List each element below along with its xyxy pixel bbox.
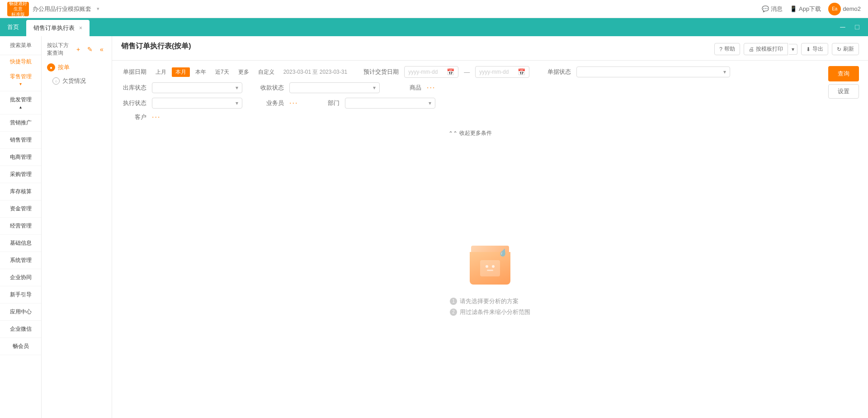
help-button[interactable]: ? 帮助 [714, 43, 740, 55]
tab-maximize-button[interactable]: □ [852, 22, 863, 33]
user-profile[interactable]: Ea demo2 [828, 3, 861, 15]
exec-status-arrow-icon: ▾ [236, 100, 238, 106]
exec-status-select[interactable]: ▾ [152, 98, 242, 109]
page-title: 销售订单执行表(按单) [121, 42, 191, 57]
sidebar-item-operation-label: 经营管理 [10, 222, 32, 230]
sidebar-item-purchase-label: 采购管理 [10, 171, 32, 178]
sidebar-item-wholesale-label: 批发管理 [10, 96, 32, 104]
scheme-item-sub[interactable]: ○ 欠货情况 [42, 74, 112, 88]
topbar: 畅捷通好生意标准版 办公用品行业模拟账套 ▾ 💬 消息 📱 App下载 Ea d… [0, 0, 868, 18]
print-button[interactable]: 🖨 按模板打印 [744, 43, 788, 55]
calendar-start-icon: 📅 [447, 68, 454, 76]
hint-num-2: 2 [450, 309, 457, 316]
sidebar-item-retail[interactable]: 零售管理 ▾ [0, 68, 41, 91]
date-tab-more[interactable]: 更多 [235, 67, 253, 77]
receipt-status-arrow-icon: ▾ [373, 85, 376, 91]
sidebar-search-text[interactable]: 搜索菜单 [4, 40, 38, 51]
filter-row-4: 客户 ··· [121, 113, 819, 121]
app-title: 办公用品行业模拟账套 [33, 5, 91, 13]
settings-button[interactable]: 设置 [828, 84, 859, 99]
tab-close-icon[interactable]: × [79, 25, 82, 31]
empty-box-wrapper: 💧 [470, 246, 510, 285]
refresh-button[interactable]: ↻ 刷新 [832, 43, 859, 55]
date-tab-thisyear[interactable]: 本年 [192, 67, 210, 77]
collapse-row: ⌃⌃ 收起更多条件 [121, 126, 819, 141]
tab-home[interactable]: 首页 [0, 18, 26, 36]
query-button[interactable]: 查询 [828, 66, 859, 81]
doc-status-select[interactable]: ▾ [576, 66, 730, 77]
tab-home-label: 首页 [7, 23, 19, 31]
salesperson-select-button[interactable]: ··· [289, 99, 298, 107]
product-select-button[interactable]: ··· [427, 84, 435, 92]
salesperson-label: 业务员 [259, 99, 284, 107]
sidebar-item-marketing[interactable]: 营销推广 [0, 114, 41, 132]
export-button[interactable]: ⬇ 导出 [801, 43, 828, 55]
scheme-item-sub-icon: ○ [52, 77, 60, 85]
sidebar-item-inventory[interactable]: 库存核算 [0, 183, 41, 200]
receipt-status-label: 收款状态 [259, 84, 284, 92]
customer-label: 客户 [121, 113, 146, 121]
print-label: 按模板打印 [756, 45, 783, 53]
app-download-icon: 📱 [790, 5, 797, 12]
date-tab-lastmonth[interactable]: 上月 [152, 67, 170, 77]
expected-date-label: 预计交货日期 [363, 68, 399, 76]
sidebar-item-collab[interactable]: 企业协同 [0, 269, 41, 286]
date-tab-custom[interactable]: 自定义 [255, 67, 278, 77]
exec-status-label: 执行状态 [121, 99, 146, 107]
sidebar: 搜索菜单 快捷导航 零售管理 ▾ 批发管理 ▴ 营销推广 销售管理 电商管理 采… [0, 36, 42, 418]
scheme-collapse-button[interactable]: « [97, 45, 106, 54]
sidebar-item-basic[interactable]: 基础信息 [0, 235, 41, 252]
sidebar-item-purchase[interactable]: 采购管理 [0, 166, 41, 183]
topbar-right: 💬 消息 📱 App下载 Ea demo2 [762, 3, 861, 15]
date-range-display: 2023-03-01 至 2023-03-31 [283, 68, 347, 76]
sidebar-item-retail-label: 零售管理 [10, 73, 32, 81]
sidebar-item-wxwork[interactable]: 企业微信 [0, 321, 41, 338]
print-button-group: 🖨 按模板打印 ▾ [744, 43, 797, 55]
filter-section: 单据日期 上月 本月 本年 近7天 更多 自定义 2023-03-01 至 20… [112, 61, 868, 141]
empty-box-mouth [487, 270, 493, 271]
calendar-end-icon: 📅 [518, 68, 525, 76]
hint-text-2: 用过滤条件来缩小分析范围 [460, 308, 530, 316]
collapse-button[interactable]: ⌃⌃ 收起更多条件 [445, 128, 495, 139]
sidebar-quick-nav[interactable]: 快捷导航 [0, 55, 41, 68]
sidebar-item-newuser[interactable]: 新手引导 [0, 286, 41, 304]
app-download-button[interactable]: 📱 App下载 [790, 5, 821, 13]
tab-active[interactable]: 销售订单执行表 × [26, 20, 90, 36]
print-dropdown-button[interactable]: ▾ [789, 44, 797, 55]
empty-illustration: 💧 [461, 240, 519, 290]
sidebar-item-ecommerce[interactable]: 电商管理 [0, 149, 41, 166]
date-tab-7days[interactable]: 近7天 [212, 67, 233, 77]
sidebar-item-appcenter[interactable]: 应用中心 [0, 304, 41, 321]
sidebar-item-member[interactable]: 畅会员 [0, 338, 41, 355]
user-name: demo2 [843, 5, 861, 12]
sidebar-item-system[interactable]: 系统管理 [0, 252, 41, 269]
scheme-panel-title: 按以下方案查询 [47, 42, 74, 57]
sidebar-item-operation[interactable]: 经营管理 [0, 218, 41, 235]
filter-row-1: 单据日期 上月 本月 本年 近7天 更多 自定义 2023-03-01 至 20… [121, 66, 819, 78]
export-label: 导出 [812, 45, 823, 53]
message-button[interactable]: 💬 消息 [762, 5, 783, 13]
logo-text: 畅捷通好生意标准版 [7, 1, 29, 17]
sidebar-item-newuser-label: 新手引导 [10, 291, 32, 299]
sidebar-item-wholesale[interactable]: 批发管理 ▴ [0, 91, 41, 114]
empty-box-body: 💧 [470, 252, 510, 285]
scheme-item-main[interactable]: ● 按单 [42, 61, 112, 74]
scheme-add-button[interactable]: + [74, 45, 83, 54]
delivery-status-select[interactable]: ▾ [152, 82, 242, 93]
sidebar-item-finance[interactable]: 资金管理 [0, 200, 41, 218]
expected-date-start-placeholder: yyyy-mm-dd [408, 69, 438, 75]
sidebar-item-sales[interactable]: 销售管理 [0, 132, 41, 149]
expected-date-start-input[interactable]: yyyy-mm-dd 📅 [404, 66, 458, 78]
sidebar-item-member-label: 畅会员 [13, 342, 29, 350]
scheme-panel: 按以下方案查询 + ✎ « ● 按单 ○ 欠货情况 [42, 36, 112, 418]
dept-select[interactable]: ▾ [345, 98, 435, 109]
expected-date-end-input[interactable]: yyyy-mm-dd 📅 [475, 66, 529, 78]
tab-minimize-button[interactable]: ─ [837, 22, 848, 33]
app-title-dropdown-icon[interactable]: ▾ [97, 6, 99, 12]
receipt-status-select[interactable]: ▾ [289, 82, 380, 93]
date-tab-thismonth[interactable]: 本月 [172, 67, 190, 77]
sidebar-item-marketing-label: 营销推广 [10, 119, 32, 127]
scheme-edit-button[interactable]: ✎ [85, 45, 94, 54]
customer-select-button[interactable]: ··· [152, 113, 160, 121]
date-separator: — [464, 69, 470, 76]
